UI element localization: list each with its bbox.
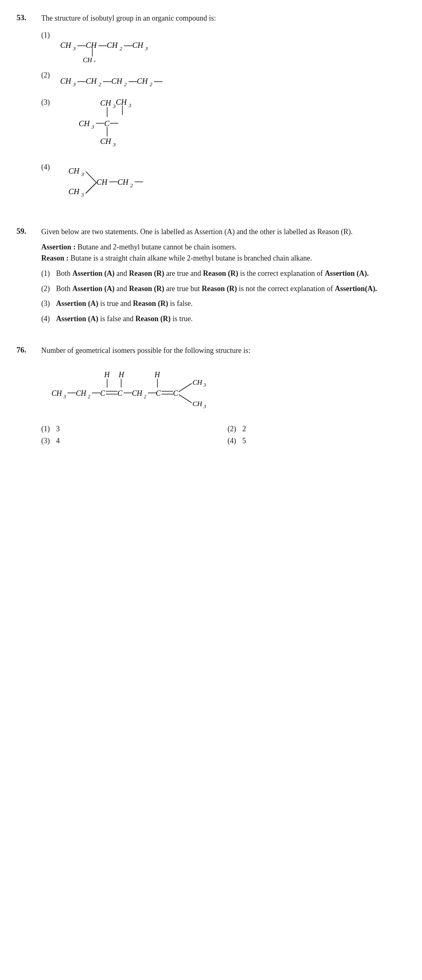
svg-text:3: 3 [203, 382, 206, 388]
svg-text:C: C [104, 119, 110, 128]
q59-opt3-num: (3) [41, 298, 53, 310]
q53-opt4-svg: CH 3 CH 3 CH CH 2 [56, 161, 213, 202]
q76-option-1: (1) 3 [41, 425, 219, 433]
svg-line-78 [179, 395, 192, 403]
svg-text:2: 2 [120, 45, 122, 52]
q53-opt3-num: (3) [41, 96, 53, 158]
q59-opt3-text: Assertion (A) is true and Reason (R) is … [56, 298, 406, 310]
q76-number: 76. [16, 345, 37, 445]
q53-number: 53. [16, 12, 37, 209]
svg-text:CH: CH [68, 167, 80, 175]
svg-text:CH: CH [100, 137, 112, 146]
q76-options: (1) 3 (2) 2 (3) 4 (4) 5 [41, 425, 406, 445]
q59-content: Given below are two statements. One is l… [41, 226, 406, 328]
svg-text:CH: CH [192, 400, 203, 408]
svg-line-45 [86, 183, 96, 193]
q59-text: Given below are two statements. One is l… [41, 226, 406, 238]
svg-text:2: 2 [130, 182, 133, 188]
q53-opt3-structure: CH 3 CH 3 C CH 3 [56, 96, 188, 158]
svg-text:3: 3 [73, 81, 76, 87]
q53-content: The structure of isobutyl group in an or… [41, 12, 406, 209]
q59-assertion: Assertion : Butane and 2-methyl butane c… [41, 243, 406, 251]
svg-text:CH: CH [96, 178, 108, 186]
svg-text:3: 3 [91, 124, 94, 130]
svg-text:3: 3 [81, 192, 84, 198]
svg-text:CH: CH [192, 378, 203, 386]
q76-opt3-num: (3) [41, 437, 53, 445]
q76-option-4: (4) 5 [227, 437, 406, 445]
svg-line-75 [179, 383, 192, 392]
q76-opt4-num: (4) [227, 437, 239, 445]
question-53: 53. The structure of isobutyl group in a… [16, 12, 406, 209]
svg-text:H: H [154, 371, 160, 379]
svg-text:CH: CH [86, 41, 97, 49]
q53-option-4: (4) CH 3 CH 3 CH CH [41, 161, 406, 206]
svg-text:2: 2 [88, 394, 90, 400]
svg-line-44 [86, 172, 96, 183]
q53-opt4-num: (4) [41, 161, 53, 206]
q76-option-2: (2) 2 [227, 425, 406, 433]
q76-content: Number of geometrical isomers possible f… [41, 345, 406, 445]
q76-opt3-text: 4 [56, 437, 60, 445]
q59-reason-text: Butane is a straight chain alkane while … [70, 254, 312, 262]
svg-text:2: 2 [144, 394, 146, 400]
svg-text:2: 2 [124, 81, 127, 87]
svg-text:3: 3 [128, 102, 131, 108]
q59-opt4-num: (4) [41, 313, 53, 325]
question-59: 59. Given below are two statements. One … [16, 226, 406, 328]
svg-text:CH: CH [116, 98, 127, 106]
q59-opt2-text: Both Assertion (A) and Reason (R) are tr… [56, 283, 406, 295]
q76-opt4-text: 5 [242, 437, 246, 445]
q59-number: 59. [16, 226, 37, 328]
q59-option-3: (3) Assertion (A) is true and Reason (R)… [41, 298, 406, 310]
q59-assertion-label: Assertion : [41, 243, 76, 251]
svg-text:3: 3 [73, 45, 76, 52]
svg-text:CH: CH [79, 119, 90, 128]
q59-option-4: (4) Assertion (A) is false and Reason (R… [41, 313, 406, 325]
svg-text:C: C [156, 389, 161, 397]
svg-text:CH: CH [111, 77, 123, 85]
svg-text:H: H [104, 371, 110, 379]
svg-text:H: H [118, 371, 124, 379]
q59-opt2-num: (2) [41, 283, 53, 295]
svg-text:2: 2 [98, 81, 101, 87]
q76-option-3: (3) 4 [41, 437, 219, 445]
svg-text:3: 3 [63, 394, 66, 400]
svg-text:C: C [100, 389, 106, 397]
q59-option-2: (2) Both Assertion (A) and Reason (R) ar… [41, 283, 406, 295]
svg-text:CH: CH [60, 41, 72, 49]
q53-opt2-svg: CH 3 CH 2 CH 2 CH 2 [56, 69, 213, 90]
svg-text:CH: CH [76, 389, 87, 397]
q53-opt1-structure: CH 3 CH CH 2 CH 3 [56, 29, 188, 66]
q53-opt2-num: (2) [41, 69, 53, 94]
q76-opt2-num: (2) [227, 425, 239, 433]
svg-text:CH: CH [83, 56, 93, 62]
svg-text:CH: CH [132, 389, 143, 397]
q59-options-list: (1) Both Assertion (A) and Reason (R) ar… [41, 268, 406, 325]
q53-opt1-num: (1) [41, 29, 53, 66]
q76-opt1-text: 3 [56, 425, 60, 433]
question-76: 76. Number of geometrical isomers possib… [16, 345, 406, 445]
q76-structure-svg: CH 3 CH 2 H C C H [49, 365, 387, 414]
q76-opt2-text: 2 [242, 425, 246, 433]
svg-text:3: 3 [203, 404, 206, 409]
svg-text:CH: CH [137, 77, 148, 85]
q59-option-1: (1) Both Assertion (A) and Reason (R) ar… [41, 268, 406, 280]
q59-reason-label: Reason : [41, 254, 69, 262]
svg-text:C: C [117, 389, 123, 397]
svg-text:3: 3 [81, 171, 84, 177]
q76-structure: CH 3 CH 2 H C C H [49, 365, 406, 416]
svg-text:3: 3 [145, 45, 148, 52]
svg-text:CH: CH [107, 41, 118, 49]
q53-option-3: (3) CH 3 CH 3 C [41, 96, 406, 158]
q53-opt2-structure: CH 3 CH 2 CH 2 CH 2 [56, 69, 213, 94]
q53-opt1-svg: CH 3 CH CH 2 CH 3 [56, 29, 188, 62]
svg-text:2: 2 [150, 81, 152, 87]
q53-text: The structure of isobutyl group in an or… [41, 12, 406, 24]
q53-opt3-svg: CH 3 CH 3 C CH 3 [56, 96, 188, 154]
svg-text:CH: CH [68, 187, 80, 196]
q59-assertion-text: Butane and 2-methyl butane cannot be cha… [77, 243, 237, 251]
svg-text:CH: CH [52, 389, 62, 397]
svg-text:C: C [173, 389, 178, 397]
q53-option-2: (2) CH 3 CH 2 CH 2 CH 2 [41, 69, 406, 94]
